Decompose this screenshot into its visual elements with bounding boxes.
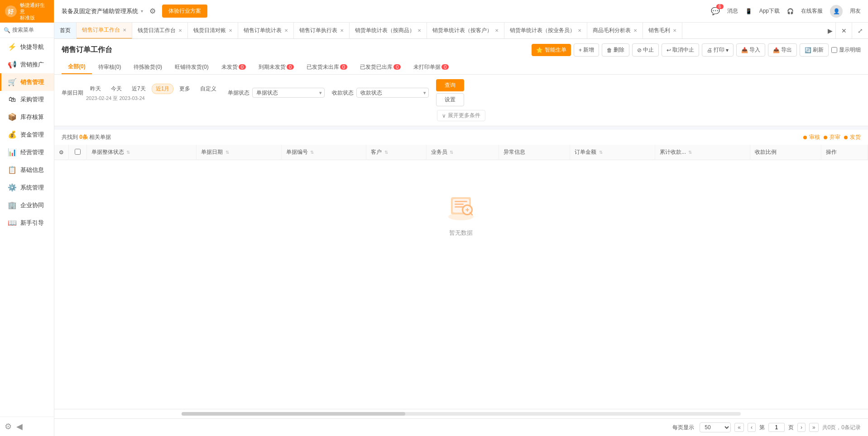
- page-input[interactable]: [768, 423, 785, 432]
- th-amount-sort[interactable]: ⇅: [599, 150, 603, 155]
- sidebar-item-operation[interactable]: 📊 经营管理: [0, 143, 54, 161]
- horizontal-scrollbar[interactable]: [182, 412, 741, 416]
- tab-close-sales-gross[interactable]: ✕: [673, 28, 676, 33]
- tab-sales-staff[interactable]: 销货单统计表（按业务员） ✕: [504, 23, 587, 39]
- settings-bottom-icon[interactable]: ⚙: [5, 422, 12, 431]
- revoke-btn[interactable]: 弃审: [824, 133, 840, 141]
- sub-tab-shipped-not-out[interactable]: 已发货未出库0: [300, 61, 354, 74]
- user-avatar[interactable]: 👤: [830, 5, 843, 18]
- sub-tab-wangpu[interactable]: 旺铺待发货(0): [168, 61, 215, 74]
- search-menu[interactable]: 🔍 搜索菜单: [0, 23, 54, 38]
- tab-fullscreen[interactable]: ⤢: [852, 23, 868, 39]
- tab-sales-customer[interactable]: 销货单统计表（按客户） ✕: [427, 23, 504, 39]
- sub-tab-not-shipped[interactable]: 未发货0: [215, 61, 252, 74]
- filter-date-1month[interactable]: 近1月: [152, 84, 174, 94]
- sidebar-item-system[interactable]: ⚙️ 系统管理: [0, 179, 54, 196]
- tab-sales-order[interactable]: 销售订单工作台 ✕: [77, 23, 132, 39]
- sub-tab-all[interactable]: 全部(0): [62, 60, 92, 74]
- th-customer-sort[interactable]: ⇅: [384, 150, 388, 155]
- add-btn[interactable]: + 新增: [574, 43, 599, 57]
- app-download-label[interactable]: App下载: [759, 7, 780, 15]
- sidebar-item-enterprise[interactable]: 🏢 企业协同: [0, 196, 54, 214]
- page-last-btn[interactable]: »: [809, 423, 819, 432]
- tab-margin[interactable]: 商品毛利分析表 ✕: [587, 23, 643, 39]
- filter-date-yesterday[interactable]: 昨天: [86, 84, 105, 94]
- sub-tab-unprinted[interactable]: 未打印单据0: [407, 61, 455, 74]
- sub-tab-shipped-out[interactable]: 已发货已出库0: [354, 61, 407, 74]
- sidebar-item-purchase[interactable]: 🛍 采购管理: [0, 91, 54, 108]
- scrollbar-thumb[interactable]: [182, 412, 405, 416]
- th-staff-sort[interactable]: ⇅: [450, 150, 453, 155]
- gear-icon[interactable]: ⚙: [149, 7, 156, 15]
- tab-close-sales-customer[interactable]: ✕: [495, 28, 499, 33]
- sidebar-item-marketing[interactable]: 📢 营销推广: [0, 56, 54, 73]
- tab-close-cash-daily[interactable]: ✕: [178, 28, 182, 33]
- tab-close-sales-exec[interactable]: ✕: [340, 28, 344, 33]
- sidebar-item-quick-nav[interactable]: ⚡ 快捷导航: [0, 38, 54, 56]
- th-collect-sort[interactable]: ⇅: [688, 150, 692, 155]
- print-btn[interactable]: 🖨 打印 ▾: [702, 43, 734, 57]
- import-btn[interactable]: 📥 导入: [736, 43, 765, 57]
- tab-close-sales-goods[interactable]: ✕: [417, 28, 421, 33]
- filter-date-7days[interactable]: 近7天: [128, 84, 150, 94]
- tab-home[interactable]: 首页: [54, 23, 77, 39]
- tab-close-sales-stat[interactable]: ✕: [284, 28, 288, 33]
- user-label[interactable]: 用友: [850, 7, 861, 15]
- page-prev-btn[interactable]: ‹: [748, 423, 756, 432]
- tab-sales-stat[interactable]: 销售订单统计表 ✕: [238, 23, 294, 39]
- smart-create-btn[interactable]: ⭐ 智能生单: [532, 44, 571, 56]
- tab-scroll-right[interactable]: ▶: [825, 23, 835, 39]
- select-all-checkbox[interactable]: [75, 149, 81, 155]
- sidebar-item-guide[interactable]: 📖 新手引导: [0, 214, 54, 232]
- th-checkbox[interactable]: [69, 145, 87, 160]
- query-btn[interactable]: 查询: [436, 79, 464, 91]
- filter-payment-select[interactable]: 收款状态: [356, 88, 429, 98]
- send-label: 发货: [850, 133, 861, 141]
- th-date-sort[interactable]: ⇅: [225, 150, 229, 155]
- th-status-sort[interactable]: ⇅: [126, 150, 130, 155]
- show-detail-checkbox[interactable]: [831, 47, 837, 53]
- tab-close-margin[interactable]: ✕: [633, 28, 637, 33]
- approve-btn[interactable]: 审核: [803, 133, 820, 141]
- service-label[interactable]: 在线客服: [801, 7, 823, 15]
- cancel-stop-btn[interactable]: ↩ 取消中止: [662, 43, 699, 57]
- filter-date-custom[interactable]: 自定义: [196, 84, 221, 94]
- sidebar-item-finance[interactable]: 💰 资金管理: [0, 126, 54, 143]
- page-first-btn[interactable]: «: [734, 423, 744, 432]
- tab-cash-daily[interactable]: 钱货日清工作台 ✕: [132, 23, 188, 39]
- sidebar-item-sales[interactable]: 🛒 销售管理: [0, 73, 54, 91]
- th-setting[interactable]: ⚙: [54, 145, 69, 160]
- message-label[interactable]: 消息: [727, 7, 738, 15]
- per-page-select[interactable]: 50 100 200: [700, 422, 731, 432]
- sidebar-item-basic[interactable]: 📋 基础信息: [0, 161, 54, 179]
- sub-tab-overdue[interactable]: 到期未发货0: [252, 61, 300, 74]
- export-btn[interactable]: 📤 导出: [768, 43, 797, 57]
- delete-btn[interactable]: 🗑 删除: [602, 43, 629, 57]
- filter-date-more[interactable]: 更多: [175, 84, 194, 94]
- sidebar-item-inventory[interactable]: 📦 库存核算: [0, 108, 54, 126]
- filter-date-controls: 昨天 今天 近7天 近1月 更多 自定义 2023-02-24 至 2023-0…: [86, 84, 221, 102]
- stop-btn[interactable]: ⊘ 中止: [632, 43, 659, 57]
- setting-btn[interactable]: 设置: [436, 93, 464, 106]
- tab-close-cash-reconcile[interactable]: ✕: [229, 28, 232, 33]
- tab-close-all[interactable]: ✕: [835, 23, 852, 39]
- show-detail-checkbox-label[interactable]: 显示明细: [831, 46, 861, 54]
- tab-close-sales-staff[interactable]: ✕: [578, 28, 581, 33]
- collapse-icon[interactable]: ◀: [16, 422, 23, 431]
- refresh-btn[interactable]: 🔄 刷新: [800, 43, 829, 57]
- message-btn[interactable]: 💬 6: [711, 7, 720, 15]
- tab-sales-exec[interactable]: 销售订单执行表 ✕: [294, 23, 350, 39]
- page-next-btn[interactable]: ›: [797, 423, 806, 432]
- sub-tab-inspect[interactable]: 待拣验货(0): [127, 61, 168, 74]
- th-number-sort[interactable]: ⇅: [310, 150, 314, 155]
- sub-tab-pending[interactable]: 待审核(0): [92, 61, 128, 74]
- tab-close-sales-order[interactable]: ✕: [123, 28, 126, 33]
- tab-sales-goods[interactable]: 销货单统计表（按商品） ✕: [350, 23, 427, 39]
- filter-status-select[interactable]: 单据状态: [252, 88, 325, 98]
- tab-sales-gross[interactable]: 销售毛利 ✕: [643, 23, 682, 39]
- industry-btn[interactable]: 体验行业方案: [162, 5, 207, 18]
- send-btn[interactable]: 发货: [844, 133, 861, 141]
- expand-more-btn[interactable]: ∨ 展开更多条件: [437, 110, 485, 121]
- filter-date-today[interactable]: 今天: [107, 84, 126, 94]
- tab-cash-reconcile[interactable]: 钱货日清对账 ✕: [188, 23, 238, 39]
